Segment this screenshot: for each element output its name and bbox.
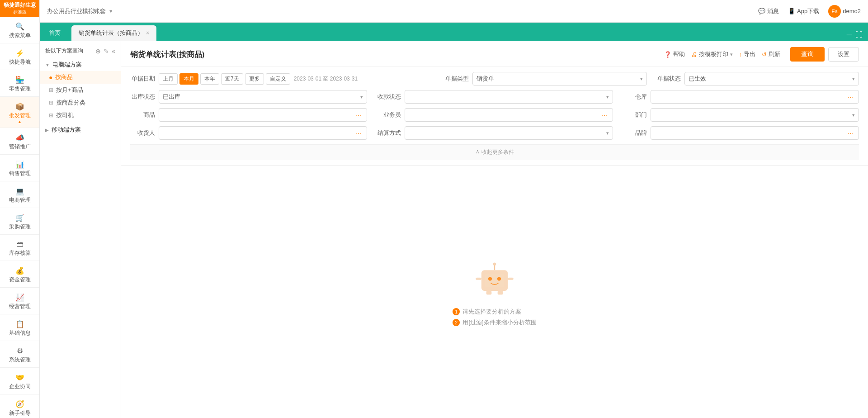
user-profile[interactable]: Ea demo2 (828, 5, 861, 18)
refresh-btn[interactable]: ↺ 刷新 (762, 50, 780, 58)
tree-item-by-category[interactable]: ⊞ 按商品分类 (40, 96, 121, 109)
svg-rect-1 (485, 274, 504, 287)
sidebar-item-management[interactable]: 📈 经营管理 (0, 288, 39, 314)
tip-text-1: 请先选择要分析的方案 (462, 308, 521, 316)
collapse-btn[interactable]: ∧ 收起更多条件 (130, 144, 859, 160)
tree-mobile-expand-icon: ▶ (45, 128, 49, 133)
app-download-btn[interactable]: 📱 App下载 (788, 7, 819, 15)
dept-dropdown-icon: ▾ (852, 112, 855, 118)
empty-tip-2: 2 用[过滤]条件来缩小分析范围 (453, 318, 536, 327)
salesman-input[interactable]: ··· (405, 108, 613, 122)
empty-tips: 1 请先选择要分析的方案 2 用[过滤]条件来缩小分析范围 (453, 308, 536, 327)
page-title: 销货单统计表(按商品) (130, 49, 204, 60)
collapse-panel-icon[interactable]: « (112, 48, 115, 55)
filter-dept-cell: 部门 ▾ (622, 108, 859, 122)
tree-item-by-driver[interactable]: ⊞ 按司机 (40, 109, 121, 122)
sidebar: 畅捷通好生意 标准版 🔍 搜索菜单 ⚡ 快捷导航 🏪 零售管理 📦 批发管理 ▲… (0, 0, 40, 418)
docstatus-select[interactable]: 已生效 ▾ (684, 72, 859, 86)
username-label: demo2 (843, 8, 861, 14)
right-content: 销货单统计表(按商品) ❓ 帮助 🖨 按模板打印 ▾ ↑ 导出 (121, 41, 868, 418)
message-btn[interactable]: 💬 消息 (758, 7, 779, 15)
help-icon: ❓ (664, 51, 671, 58)
sidebar-quick-nav[interactable]: ⚡ 快捷导航 (0, 43, 39, 70)
tree-item-by-goods[interactable]: ● 按商品 (40, 71, 121, 84)
payment-label: 收款状态 (376, 93, 401, 101)
warehouse-input[interactable]: ··· (651, 90, 859, 104)
goods-input[interactable]: ··· (159, 108, 367, 122)
tab-minimize-icon[interactable]: ─ (847, 31, 852, 39)
tree-mobile-section[interactable]: ▶ 移动端方案 (40, 124, 121, 136)
print-btn[interactable]: 🖨 按模板打印 ▾ (691, 50, 733, 58)
date-this-month-btn[interactable]: 本月 (179, 73, 198, 85)
add-scheme-icon[interactable]: ⊕ (95, 48, 101, 55)
doctype-value: 销货单 (476, 75, 494, 83)
tab-maximize-icon[interactable]: ⛶ (855, 31, 863, 39)
sidebar-item-inventory[interactable]: 🗃 库存核算 (0, 235, 39, 261)
tab-active[interactable]: 销货单统计表（按商品） × (71, 25, 156, 41)
avatar: Ea (828, 5, 841, 18)
tab-close-icon[interactable]: × (146, 30, 149, 36)
sidebar-item-system[interactable]: ⚙ 系统管理 (0, 341, 39, 368)
storage-select[interactable]: 已出库 ▾ (159, 90, 367, 104)
goods-ellipsis-icon[interactable]: ··· (354, 111, 363, 119)
date-more-btn[interactable]: 更多 (245, 73, 264, 85)
payment-select[interactable]: ▾ (405, 90, 613, 104)
salesman-ellipsis-icon[interactable]: ··· (600, 111, 609, 119)
storage-dropdown-icon: ▾ (360, 94, 363, 100)
warehouse-ellipsis-icon[interactable]: ··· (846, 93, 855, 100)
filter-date-cell: 单据日期 上月 本月 本年 近7天 (130, 73, 435, 85)
date-this-year-btn[interactable]: 本年 (200, 73, 219, 85)
sidebar-item-finance[interactable]: 💰 资金管理 (0, 261, 39, 288)
doctype-select[interactable]: 销货单 ▾ (472, 72, 647, 86)
brand-input[interactable]: ··· (651, 126, 859, 140)
tree-item-icon-3: ⊞ (49, 112, 53, 119)
collapse-up-icon: ∧ (476, 148, 480, 156)
filter-recipient-cell: 收货人 ··· (130, 126, 367, 140)
settlement-dropdown-icon: ▾ (606, 130, 609, 136)
settlement-select[interactable]: ▾ (405, 126, 613, 140)
recipient-ellipsis-icon[interactable]: ··· (354, 129, 363, 137)
empty-state: 1 请先选择要分析的方案 2 用[过滤]条件来缩小分析范围 (121, 166, 868, 418)
svg-point-5 (493, 263, 496, 266)
date-last-month-btn[interactable]: 上月 (159, 73, 178, 85)
sidebar-item-purchase[interactable]: 🛒 采购管理 (0, 208, 39, 235)
brand-ellipsis-icon[interactable]: ··· (846, 129, 855, 137)
filter-salesman-cell: 业务员 ··· (376, 108, 613, 122)
content-area: 按以下方案查询 ⊕ ✎ « ▼ 电脑端方案 ● 按商品 ⊞ 按月+商品 ⊞ (40, 41, 868, 418)
date-7days-btn[interactable]: 近7天 (221, 73, 243, 85)
sidebar-item-ecommerce[interactable]: 💻 电商管理 (0, 181, 39, 208)
docstatus-label: 单据状态 (656, 75, 681, 83)
svg-rect-8 (486, 291, 492, 294)
sidebar-item-guide[interactable]: 🧭 新手引导 (0, 394, 39, 418)
tab-home[interactable]: 首页 (40, 25, 70, 41)
help-btn[interactable]: ❓ 帮助 (664, 50, 685, 58)
query-button[interactable]: 查询 (790, 47, 825, 62)
tree-item-by-month-goods[interactable]: ⊞ 按月+商品 (40, 84, 121, 96)
export-btn[interactable]: ↑ 导出 (739, 50, 756, 58)
doctype-label: 单据类型 (444, 75, 469, 83)
tip-num-2: 2 (453, 319, 460, 326)
tree-pc-section[interactable]: ▼ 电脑端方案 (40, 58, 121, 71)
svg-rect-7 (508, 278, 514, 280)
dept-label: 部门 (622, 111, 647, 119)
svg-point-3 (497, 277, 501, 280)
salesman-label: 业务员 (376, 111, 401, 119)
sidebar-item-collab[interactable]: 🤝 企业协同 (0, 368, 39, 394)
sidebar-item-sales[interactable]: 📊 销售管理 (0, 155, 39, 181)
sidebar-item-wholesale[interactable]: 📦 批发管理 ▲ (0, 97, 39, 128)
header-left: 办公用品行业模拟账套 ▾ (47, 7, 113, 15)
svg-rect-9 (498, 291, 503, 294)
dept-select[interactable]: ▾ (651, 108, 859, 122)
sidebar-item-retail[interactable]: 🏪 零售管理 (0, 70, 39, 97)
recipient-input[interactable]: ··· (159, 126, 367, 140)
left-panel-title: 按以下方案查询 (45, 47, 83, 55)
sidebar-search[interactable]: 🔍 搜索菜单 (0, 17, 39, 43)
settings-button[interactable]: 设置 (828, 47, 859, 62)
edit-scheme-icon[interactable]: ✎ (104, 48, 109, 55)
date-custom-btn[interactable]: 自定义 (266, 73, 290, 85)
sidebar-item-marketing[interactable]: 📣 营销推广 (0, 128, 39, 155)
settlement-label: 结算方式 (376, 129, 401, 137)
sidebar-item-basic[interactable]: 📋 基础信息 (0, 314, 39, 341)
app-logo-subtext: 标准版 (4, 9, 36, 15)
print-dropdown-icon[interactable]: ▾ (730, 52, 733, 57)
